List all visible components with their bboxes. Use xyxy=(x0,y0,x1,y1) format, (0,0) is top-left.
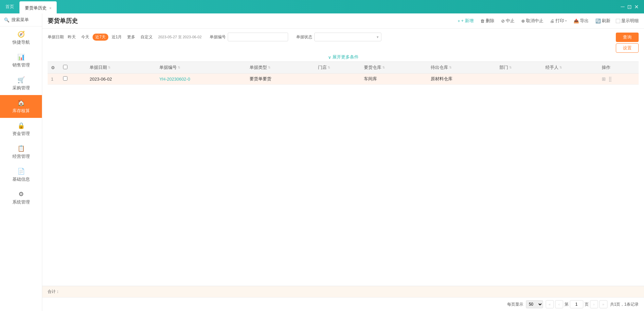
th-orderno[interactable]: 单据编号 ⇅ xyxy=(156,62,246,74)
filter-group-status: 单据状态 xyxy=(296,33,381,41)
table-header-row: ⚙ 单据日期 ⇅ 单据编号 xyxy=(48,62,639,74)
main-layout: 🔍 搜索菜单 🧭 快捷导航 📊 销售管理 🛒 采购管理 🏠 库存核算 🔒 资金管… xyxy=(0,13,644,311)
sidebar-item-label: 基础信息 xyxy=(12,176,30,182)
filter-group-date: 单据日期 昨天 今天 近7天 近1月 更多 自定义 2023-05-27 至 2… xyxy=(48,34,202,41)
filter-main: 单据日期 昨天 今天 近7天 近1月 更多 自定义 2023-05-27 至 2… xyxy=(48,33,639,53)
tab-bar: 首页 要货单历史 × xyxy=(0,0,621,13)
sidebar-search[interactable]: 🔍 搜索菜单 xyxy=(0,13,42,27)
th-checkbox xyxy=(60,62,86,74)
page-nav: « ‹ 第 页 › » xyxy=(546,300,607,308)
orderno-input[interactable] xyxy=(228,33,288,41)
th-req-warehouse[interactable]: 要货仓库 ⇅ xyxy=(361,62,427,74)
sidebar-item-label: 系统管理 xyxy=(12,199,30,205)
more-icon[interactable]: ⣿ xyxy=(608,76,612,82)
th-type[interactable]: 单据类型 ⇅ xyxy=(246,62,315,74)
display-detail-toggle[interactable]: 显示明细 xyxy=(616,18,639,24)
tab-yaohuodan[interactable]: 要货单历史 × xyxy=(19,1,57,15)
gear-icon[interactable]: ⚙ xyxy=(51,65,55,70)
sidebar-item-system[interactable]: ⚙ 系统管理 xyxy=(0,186,42,209)
filter-group-orderno: 单据编号 xyxy=(210,33,288,41)
delete-button[interactable]: 🗑 删除 xyxy=(479,17,496,25)
edit-icon[interactable]: ⊞ xyxy=(602,76,606,82)
td-date: 2023-06-02 xyxy=(86,74,156,85)
sidebar-item-inventory[interactable]: 🏠 库存核算 xyxy=(0,95,42,118)
purchase-icon: 🛒 xyxy=(17,76,25,84)
prev-page-btn[interactable]: ‹ xyxy=(555,300,563,308)
operations-icon: 📋 xyxy=(17,145,25,152)
sidebar-item-label: 采购管理 xyxy=(12,85,30,91)
date-btn-1month[interactable]: 近1月 xyxy=(110,34,124,41)
sort-icon-req-warehouse: ⇅ xyxy=(382,66,385,69)
th-dept[interactable]: 部门 ⇅ xyxy=(496,62,542,74)
order-link[interactable]: YH-20230602-0 xyxy=(159,77,190,82)
cancel-stop-button[interactable]: ⊗ 取消中止 xyxy=(520,17,545,25)
export-button[interactable]: 📤 导出 xyxy=(572,17,590,25)
status-label: 单据状态 xyxy=(296,34,312,40)
filter-fields: 单据日期 昨天 今天 近7天 近1月 更多 自定义 2023-05-27 至 2… xyxy=(48,33,616,41)
sidebar-item-label: 销售管理 xyxy=(12,62,30,68)
system-icon: ⚙ xyxy=(18,190,24,198)
tab-home[interactable]: 首页 xyxy=(0,0,19,13)
date-btn-today[interactable]: 今天 xyxy=(79,34,91,41)
sidebar-item-label: 库存核算 xyxy=(12,108,30,114)
table-body: 1 2023-06-02 YH-20230602-0 要货单要货 xyxy=(48,74,639,85)
tab-home-label: 首页 xyxy=(5,4,14,10)
settings-button[interactable]: 设置 xyxy=(616,43,639,53)
tab-yaohuodan-close[interactable]: × xyxy=(49,6,51,10)
page-input[interactable] xyxy=(570,300,583,308)
sales-icon: 📊 xyxy=(17,53,25,61)
row-checkbox[interactable] xyxy=(63,76,67,81)
status-select[interactable] xyxy=(314,33,381,41)
stop-button[interactable]: ⊘ 中止 xyxy=(500,17,516,25)
sidebar-item-purchase[interactable]: 🛒 采购管理 xyxy=(0,72,42,95)
window-minimize[interactable]: ─ xyxy=(621,4,625,10)
th-action: 操作 xyxy=(598,62,639,74)
sidebar-item-basic-info[interactable]: 📄 基础信息 xyxy=(0,164,42,186)
th-store[interactable]: 门店 ⇅ xyxy=(315,62,361,74)
window-maximize[interactable]: ⊡ xyxy=(627,4,632,10)
page-size-select[interactable]: 20 50 100 200 xyxy=(526,300,543,308)
td-action: ⊞ ⣿ xyxy=(598,74,639,85)
td-no: 1 xyxy=(48,74,60,85)
last-page-btn[interactable]: » xyxy=(599,300,607,308)
date-btn-more[interactable]: 更多 xyxy=(125,34,137,41)
sidebar-item-operations[interactable]: 📋 经营管理 xyxy=(0,141,42,164)
date-label: 单据日期 xyxy=(48,34,64,40)
th-pending-warehouse[interactable]: 待出仓库 ⇅ xyxy=(427,62,496,74)
sort-icon-date: ⇅ xyxy=(108,66,111,69)
select-all-checkbox[interactable] xyxy=(63,65,67,69)
sidebar-item-sales[interactable]: 📊 销售管理 xyxy=(0,49,42,72)
status-select-wrap xyxy=(314,33,381,41)
display-detail-checkbox[interactable] xyxy=(616,19,620,23)
date-btn-yesterday[interactable]: 昨天 xyxy=(66,34,78,41)
date-btn-7days[interactable]: 近7天 xyxy=(93,34,108,41)
th-handler[interactable]: 经手人 ⇅ xyxy=(542,62,598,74)
sidebar-search-label: 搜索菜单 xyxy=(11,17,29,23)
sort-icon-store: ⇅ xyxy=(328,66,330,69)
page-header: 要货单历史 + + 新增 🗑 删除 ⊘ 中止 ⊗ 取消中止 xyxy=(42,13,644,29)
th-gear: ⚙ xyxy=(48,62,60,74)
sidebar: 🔍 搜索菜单 🧭 快捷导航 📊 销售管理 🛒 采购管理 🏠 库存核算 🔒 资金管… xyxy=(0,13,42,311)
sidebar-item-finance[interactable]: 🔒 资金管理 xyxy=(0,118,42,141)
refresh-button[interactable]: 🔄 刷新 xyxy=(594,17,612,25)
query-button[interactable]: 查询 xyxy=(616,33,639,42)
add-button[interactable]: + + 新增 xyxy=(456,17,475,25)
first-page-btn[interactable]: « xyxy=(546,300,554,308)
add-icon: + xyxy=(458,18,460,24)
date-btn-custom[interactable]: 自定义 xyxy=(139,34,155,41)
footer-summary: 合计： xyxy=(42,286,644,297)
print-button[interactable]: 🖨 打印 ▾ xyxy=(549,17,568,25)
sidebar-item-quick-nav[interactable]: 🧭 快捷导航 xyxy=(0,27,42,49)
summary-label: 合计： xyxy=(48,289,60,295)
inventory-icon: 🏠 xyxy=(17,99,25,106)
orderno-label: 单据编号 xyxy=(210,34,226,40)
next-page-btn[interactable]: › xyxy=(590,300,598,308)
th-date[interactable]: 单据日期 ⇅ xyxy=(86,62,156,74)
window-close[interactable]: ✕ xyxy=(634,4,639,10)
pagination-bar: 每页显示 20 50 100 200 « ‹ 第 页 › » 共1页，1条记录 xyxy=(42,297,644,311)
td-store xyxy=(315,74,361,85)
total-info: 共1页，1条记录 xyxy=(610,302,639,307)
expand-more-btn[interactable]: ∨ 展开更多条件 xyxy=(48,53,639,61)
td-type: 要货单要货 xyxy=(246,74,315,85)
td-req-warehouse: 车间库 xyxy=(361,74,427,85)
